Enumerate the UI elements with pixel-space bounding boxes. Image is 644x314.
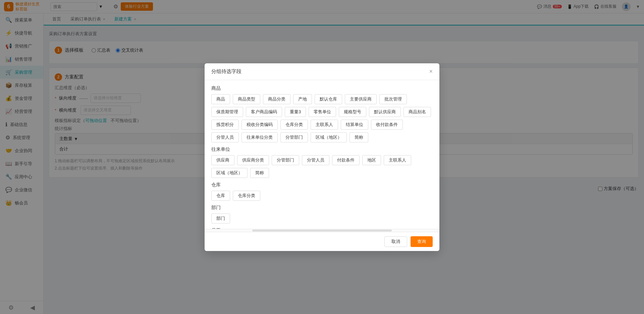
chip-default-warehouse[interactable]: 默认仓库 [315,94,342,104]
chip-supervisor[interactable]: 分管人员 [211,132,239,142]
chip-short-name-goods[interactable]: 简称 [350,132,368,142]
modal-confirm-button[interactable]: 查询 [411,236,433,247]
chip-main-supplier[interactable]: 主要供应商 [345,94,377,104]
chip-short-name-partner[interactable]: 简称 [250,168,269,178]
chip-payment-terms[interactable]: 收付款条件 [371,120,403,130]
section-title-goods: 商品 [211,85,433,91]
modal-title: 分组待选字段 [211,68,241,75]
chip-goods[interactable]: 商品 [211,94,230,104]
chip-tax-code[interactable]: 税收分类编码 [241,120,278,130]
chip-weight3[interactable]: 重量3 [285,107,306,117]
chip-customer-code[interactable]: 客户商品编码 [246,107,282,117]
chip-origin[interactable]: 产地 [293,94,312,104]
field-chips-warehouse: 仓库 仓库分类 [211,191,433,201]
chip-area-partner[interactable]: 区域（地区） [211,168,248,178]
chip-dept-partner[interactable]: 分管部门 [272,155,299,165]
modal-hscroll-thumb [252,230,391,232]
chip-region-partner[interactable]: 地区 [362,155,381,165]
section-title-partner: 往来单位 [211,146,433,152]
chip-dept[interactable]: 部门 [211,213,230,224]
chip-goods-category[interactable]: 商品分类 [263,94,290,104]
chip-expiry-mgmt[interactable]: 保质期管理 [211,107,243,117]
chip-supervise-dept[interactable]: 分管部门 [280,132,308,142]
chip-person-partner[interactable]: 分管人员 [302,155,329,165]
chip-supplier[interactable]: 供应商 [211,155,234,165]
section-title-dept: 部门 [211,205,433,211]
modal-overlay: 分组待选字段 × 商品 商品 商品类型 商品分类 产地 默认仓库 主要供应商 批… [0,0,644,314]
chip-contact-partner[interactable]: 主联系人 [384,155,411,165]
chip-default-supplier[interactable]: 默认供应商 [369,107,401,117]
field-chips-goods: 商品 商品类型 商品分类 产地 默认仓库 主要供应商 批次管理 保质期管理 客户… [211,94,433,142]
modal-header: 分组待选字段 × [205,63,439,80]
field-chips-partner: 供应商 供应商分类 分管部门 分管人员 付款条件 地区 主联系人 区域（地区） … [211,155,433,178]
chip-warehouse[interactable]: 仓库 [211,191,230,201]
field-chips-dept: 部门 [211,213,433,224]
field-select-modal: 分组待选字段 × 商品 商品 商品类型 商品分类 产地 默认仓库 主要供应商 批… [205,63,439,251]
chip-goods-type[interactable]: 商品类型 [233,94,260,104]
chip-pick-points[interactable]: 拣货积分 [211,120,239,130]
chip-settlement-unit[interactable]: 结算单位 [341,120,368,130]
chip-main-contact[interactable]: 主联系人 [311,120,338,130]
chip-spec-model[interactable]: 规格型号 [339,107,366,117]
modal-footer: 取消 查询 [205,232,439,251]
chip-supplier-category[interactable]: 供应商分类 [237,155,269,165]
section-title-warehouse: 仓库 [211,182,433,188]
modal-hscroll[interactable] [205,229,439,232]
chip-partner-category[interactable]: 往来单位分类 [241,132,278,142]
chip-warehouse-cat[interactable]: 仓库分类 [233,191,260,201]
chip-retail-unit[interactable]: 零售单位 [309,107,336,117]
modal-cancel-button[interactable]: 取消 [384,236,407,247]
chip-goods-alias[interactable]: 商品别名 [404,107,431,117]
chip-batch-mgmt[interactable]: 批次管理 [379,94,407,104]
modal-close-button[interactable]: × [429,68,433,75]
modal-body[interactable]: 商品 商品 商品类型 商品分类 产地 默认仓库 主要供应商 批次管理 保质期管理… [205,80,439,229]
chip-warehouse-category[interactable]: 仓库分类 [280,120,308,130]
chip-pay-terms-partner[interactable]: 付款条件 [332,155,360,165]
chip-region-goods[interactable]: 区域（地区） [311,132,347,142]
